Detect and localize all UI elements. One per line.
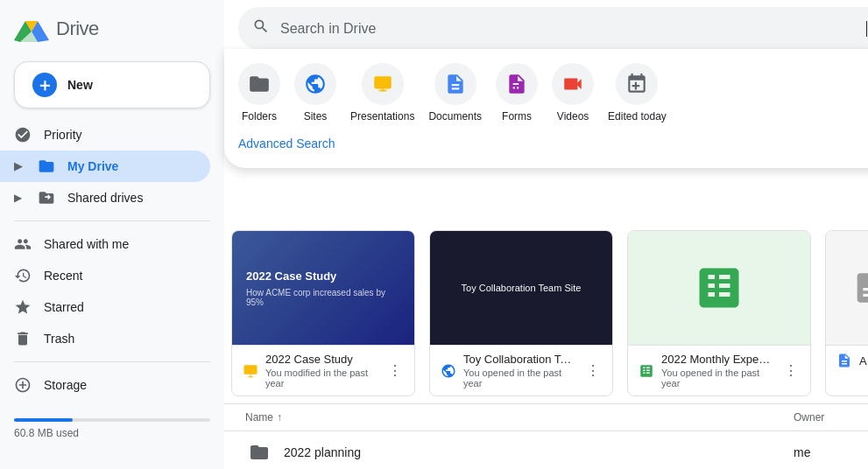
- plus-icon: ＋: [32, 73, 57, 97]
- logo-text: Drive: [56, 18, 99, 40]
- chip-edited-today-icon: [616, 63, 658, 105]
- card-info-expenses: 2022 Monthly Expenses You opened in the …: [628, 345, 810, 396]
- file-list-name: 2022 planning: [284, 445, 794, 459]
- svg-rect-6: [244, 365, 258, 374]
- content-area: 2022 Case Study How ACME corp increased …: [224, 223, 868, 469]
- card-more-button[interactable]: ⋮: [782, 360, 800, 381]
- shared-with-me-icon: [14, 235, 32, 253]
- filter-chips-row: Folders Sites Presentations: [224, 63, 868, 136]
- search-bar[interactable]: [238, 7, 868, 50]
- file-list-row-planning[interactable]: 2022 planning me: [224, 431, 868, 469]
- recent-icon: [14, 267, 32, 284]
- file-card-toy-collab[interactable]: Toy Collaboration Team Site Toy Collabor…: [429, 230, 613, 396]
- chip-edited-today[interactable]: Edited today: [608, 63, 667, 122]
- docs-icon: [836, 353, 852, 368]
- priority-icon: [14, 126, 32, 144]
- file-list-header: Name ↑ Owner: [224, 404, 868, 431]
- owner-label: Owner: [794, 411, 824, 424]
- chip-folders-label: Folders: [242, 110, 277, 122]
- expand-arrow-icon: ▶: [14, 160, 22, 172]
- storage-icon: [14, 376, 32, 394]
- card-file-info: A...: [859, 354, 868, 368]
- svg-rect-5: [374, 76, 392, 88]
- sidebar-item-label: Shared with me: [44, 237, 129, 251]
- card-more-button[interactable]: ⋮: [386, 360, 404, 381]
- storage-section: 60.8 MB used: [0, 401, 224, 450]
- sidebar-item-recent[interactable]: Recent: [0, 260, 210, 291]
- file-card-expenses[interactable]: 2022 Monthly Expenses You opened in the …: [627, 230, 811, 396]
- sidebar-nav: Priority ▶ My Drive ▶ Shared drives Shar…: [0, 119, 224, 469]
- drive-logo-icon: [14, 14, 49, 44]
- presentation-icon: [243, 363, 258, 379]
- chip-videos-label: Videos: [557, 110, 589, 122]
- sidebar-item-my-drive[interactable]: ▶ My Drive: [0, 150, 210, 182]
- thumb-blue: 2022 Case Study How ACME corp increased …: [232, 231, 414, 345]
- card-info-toy: Toy Collaboration Team ... You opened in…: [430, 345, 612, 396]
- chip-videos[interactable]: Videos: [552, 63, 594, 122]
- name-label: Name: [245, 411, 273, 424]
- chip-presentations-icon: [362, 63, 404, 105]
- storage-bar-fill: [14, 418, 73, 422]
- chip-folders[interactable]: Folders: [238, 63, 280, 122]
- card-file-name: 2022 Monthly Expenses: [661, 353, 775, 366]
- card-thumbnail-case-study: 2022 Case Study How ACME corp increased …: [232, 231, 414, 345]
- new-button[interactable]: ＋ New: [14, 61, 210, 108]
- storage-bar: [14, 418, 210, 422]
- card-info-case-study: 2022 Case Study You modified in the past…: [232, 345, 414, 396]
- file-card-case-study[interactable]: 2022 Case Study How ACME corp increased …: [231, 230, 415, 396]
- card-file-info: 2022 Case Study You modified in the past…: [265, 353, 379, 388]
- chip-sites-label: Sites: [304, 110, 328, 122]
- sidebar-item-label: Shared drives: [67, 191, 143, 205]
- main-content: Folders Sites Presentations: [224, 0, 868, 469]
- thumb-subtitle: How ACME corp increased sales by 95%: [246, 288, 400, 307]
- search-icon: [252, 18, 270, 39]
- chip-sites[interactable]: Sites: [294, 63, 336, 122]
- storage-used-label: 60.8 MB used: [14, 427, 79, 439]
- file-card-doc-a[interactable]: A...: [825, 230, 868, 396]
- thumb-dark-title: Toy Collaboration Team Site: [462, 283, 582, 293]
- card-info-doc-a: A...: [826, 345, 868, 375]
- trash-icon: [14, 330, 32, 347]
- card-file-name: Toy Collaboration Team ...: [463, 353, 577, 366]
- sidebar-item-starred[interactable]: Starred: [0, 291, 210, 323]
- sites-icon: [441, 363, 456, 379]
- card-file-name: A...: [859, 354, 868, 368]
- chip-presentations[interactable]: Presentations: [350, 63, 414, 122]
- chip-forms[interactable]: Forms: [496, 63, 538, 122]
- chip-documents[interactable]: Documents: [428, 63, 482, 122]
- nav-divider-2: [14, 361, 210, 362]
- card-file-date: You opened in the past year: [463, 368, 577, 388]
- sidebar-item-label: Trash: [44, 332, 74, 346]
- thumb-gray: [826, 231, 868, 345]
- my-drive-icon: [38, 158, 55, 175]
- card-thumbnail-toy: Toy Collaboration Team Site: [430, 231, 612, 345]
- card-file-info: 2022 Monthly Expenses You opened in the …: [661, 353, 775, 388]
- sidebar-item-label: My Drive: [67, 159, 118, 173]
- sheets-icon: [639, 363, 654, 379]
- sidebar-item-shared-with-me[interactable]: Shared with me: [0, 228, 210, 260]
- sidebar-item-trash[interactable]: Trash: [0, 323, 210, 354]
- sidebar-item-label: Recent: [44, 269, 82, 283]
- new-button-label: New: [67, 78, 93, 92]
- sort-icon: ↑: [277, 411, 282, 424]
- chip-folders-icon: [238, 63, 280, 105]
- name-column-header[interactable]: Name ↑: [245, 411, 794, 424]
- chip-presentations-label: Presentations: [350, 110, 414, 122]
- sidebar-item-shared-drives[interactable]: ▶ Shared drives: [0, 182, 210, 214]
- search-input[interactable]: [280, 21, 865, 37]
- owner-column-header: Owner: [794, 411, 868, 424]
- search-dropdown: Folders Sites Presentations: [224, 49, 868, 168]
- sidebar-item-storage[interactable]: Storage: [0, 369, 210, 401]
- chip-sites-icon: [294, 63, 336, 105]
- card-more-button[interactable]: ⋮: [584, 360, 602, 381]
- sidebar-item-priority[interactable]: Priority: [0, 119, 210, 150]
- file-cards-row: 2022 Case Study How ACME corp increased …: [224, 223, 868, 404]
- sidebar: Drive ＋ New Priority ▶ My Drive ▶ Share: [0, 0, 224, 469]
- card-file-info: Toy Collaboration Team ... You opened in…: [463, 353, 577, 388]
- chip-documents-icon: [434, 63, 476, 105]
- sidebar-item-label: Storage: [44, 378, 87, 392]
- advanced-search-link[interactable]: Advanced Search: [224, 136, 868, 150]
- thumb-green: [628, 231, 810, 345]
- logo-area: Drive: [0, 7, 224, 58]
- thumb-title: 2022 Case Study: [246, 270, 400, 283]
